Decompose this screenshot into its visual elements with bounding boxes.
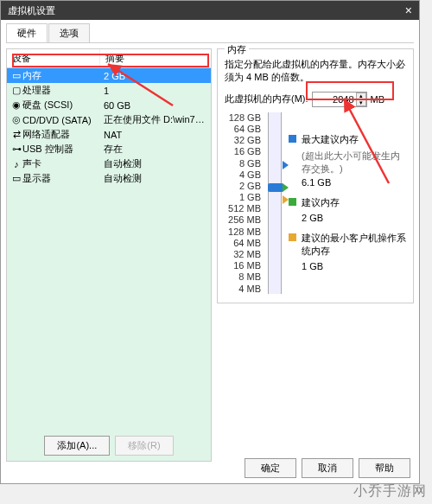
tick-label: 512 MB [225, 203, 261, 214]
tick-label: 32 GB [225, 135, 261, 145]
rec-marker-icon [283, 183, 289, 192]
tick-label: 1 GB [225, 192, 261, 202]
settings-window: 虚拟机设置 × 硬件 选项 设备 摘要 ▭内存2 GB▢处理器1◉硬盘 (SCS… [0, 0, 420, 484]
device-icon: ◎ [10, 114, 22, 125]
device-list[interactable]: ▭内存2 GB▢处理器1◉硬盘 (SCSI)60 GB◎CD/DVD (SATA… [7, 68, 211, 431]
title-bar: 虚拟机设置 × [1, 1, 419, 20]
add-button[interactable]: 添加(A)... [44, 436, 110, 456]
max-label: 最大建议内存 [302, 133, 359, 146]
device-row[interactable]: ⊶USB 控制器存在 [7, 142, 211, 156]
memory-unit: MB [371, 94, 385, 105]
device-label: 硬盘 (SCSI) [22, 99, 104, 112]
device-icon: ♪ [10, 159, 22, 169]
device-label: 声卡 [22, 157, 104, 170]
device-summary: 1 [104, 86, 207, 96]
device-row[interactable]: ▭显示器自动检测 [7, 171, 211, 186]
memory-legend: 最大建议内存 (超出此大小可能发生内存交换。) 6.1 GB 建议内存 2 GB… [289, 112, 406, 294]
ok-button[interactable]: 确定 [245, 458, 296, 478]
device-summary: 自动检测 [104, 157, 207, 170]
min-label: 建议的最小客户机操作系统内存 [302, 232, 406, 258]
device-icon: ◉ [10, 99, 22, 111]
tick-label: 8 MB [225, 271, 261, 282]
device-row[interactable]: ♪声卡自动检测 [7, 156, 211, 171]
watermark: 小乔手游网 [353, 482, 427, 501]
device-summary: 自动检测 [104, 172, 207, 185]
square-green-icon [289, 198, 296, 206]
tick-label: 4 GB [225, 169, 261, 180]
tick-label: 16 MB [225, 260, 261, 271]
tick-label: 8 GB [225, 158, 261, 169]
min-marker-icon [283, 195, 289, 204]
tick-label: 16 GB [225, 146, 261, 156]
device-summary: 正在使用文件 D:\win7镜像\wi... [104, 113, 207, 126]
tab-strip: 硬件 选项 [6, 23, 414, 43]
device-row[interactable]: ▭内存2 GB [7, 68, 211, 83]
device-label: USB 控制器 [22, 143, 104, 156]
device-summary: 2 GB [104, 71, 207, 81]
device-icon: ▭ [10, 70, 22, 81]
tick-label: 128 MB [225, 226, 261, 237]
memory-ticks: 128 GB64 GB32 GB16 GB8 GB4 GB2 GB1 GB512… [225, 112, 261, 294]
tick-label: 64 MB [225, 238, 261, 248]
help-button[interactable]: 帮助 [359, 458, 410, 478]
tick-label: 4 MB [225, 284, 261, 294]
device-icon: ▭ [10, 173, 22, 184]
spin-up-icon[interactable]: ▴ [356, 93, 366, 99]
tick-label: 32 MB [225, 249, 261, 259]
device-summary: 60 GB [104, 100, 207, 111]
device-icon: ⊶ [10, 144, 22, 155]
tab-hardware[interactable]: 硬件 [6, 23, 48, 42]
max-marker-icon [283, 161, 289, 169]
max-val: 6.1 GB [302, 177, 406, 188]
rec-val: 2 GB [302, 213, 406, 223]
device-summary: NAT [104, 130, 207, 140]
max-note: (超出此大小可能发生内存交换。) [302, 150, 406, 175]
spin-down-icon[interactable]: ▾ [356, 99, 366, 106]
device-label: CD/DVD (SATA) [22, 115, 104, 125]
header-summary: 摘要 [100, 49, 211, 67]
square-blue-icon [289, 135, 296, 143]
min-val: 1 GB [302, 261, 406, 271]
memory-slider[interactable] [268, 112, 282, 294]
device-row[interactable]: ▢处理器1 [7, 83, 211, 98]
square-orange-icon [289, 233, 296, 241]
device-row[interactable]: ◎CD/DVD (SATA)正在使用文件 D:\win7镜像\wi... [7, 112, 211, 127]
dialog-buttons: 确定 取消 帮助 [245, 458, 410, 478]
header-device: 设备 [7, 49, 100, 67]
slider-thumb[interactable] [268, 183, 283, 192]
device-label: 显示器 [22, 172, 104, 185]
device-label: 内存 [22, 69, 104, 82]
device-label: 网络适配器 [22, 128, 104, 141]
memory-desc: 指定分配给此虚拟机的内存量。内存大小必须为 4 MB 的倍数。 [225, 58, 406, 85]
rec-label: 建议内存 [302, 196, 340, 209]
group-title: 内存 [225, 43, 249, 56]
device-summary: 存在 [104, 143, 207, 156]
tick-label: 256 MB [225, 214, 261, 225]
device-label: 处理器 [22, 84, 104, 97]
device-icon: ⇄ [10, 129, 22, 140]
memory-field-label: 此虚拟机的内存(M): [225, 93, 308, 105]
tick-label: 64 GB [225, 124, 261, 134]
cancel-button[interactable]: 取消 [302, 458, 353, 478]
device-row[interactable]: ◉硬盘 (SCSI)60 GB [7, 98, 211, 112]
tick-label: 128 GB [225, 112, 261, 123]
tab-options[interactable]: 选项 [48, 23, 90, 42]
device-icon: ▢ [10, 85, 22, 96]
memory-panel: 内存 指定分配给此虚拟机的内存量。内存大小必须为 4 MB 的倍数。 此虚拟机的… [217, 48, 414, 462]
window-title: 虚拟机设置 [8, 4, 55, 17]
device-row[interactable]: ⇄网络适配器NAT [7, 127, 211, 142]
remove-button[interactable]: 移除(R) [115, 436, 173, 456]
tick-label: 2 GB [225, 181, 261, 191]
close-icon[interactable]: × [405, 3, 412, 17]
memory-group: 内存 指定分配给此虚拟机的内存量。内存大小必须为 4 MB 的倍数。 此虚拟机的… [217, 48, 414, 303]
device-list-header: 设备 摘要 [7, 49, 211, 68]
device-panel: 设备 摘要 ▭内存2 GB▢处理器1◉硬盘 (SCSI)60 GB◎CD/DVD… [6, 48, 212, 462]
